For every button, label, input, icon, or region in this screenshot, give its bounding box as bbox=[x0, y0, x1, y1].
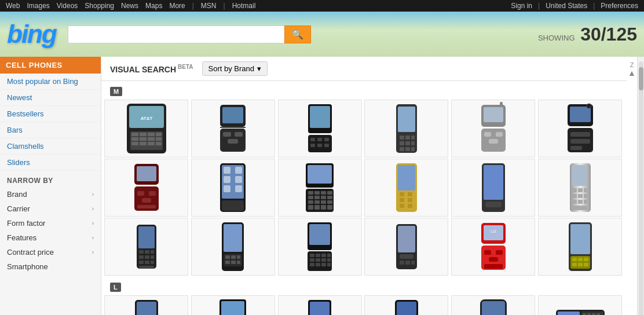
phone-row-2: LG bbox=[104, 159, 624, 217]
phone-grid: M AT&T bbox=[101, 81, 627, 315]
svg-rect-123 bbox=[151, 255, 154, 259]
sidebar-item-newest[interactable]: Newest bbox=[0, 90, 101, 106]
nav-images[interactable]: Images bbox=[27, 2, 49, 10]
svg-rect-174 bbox=[584, 263, 588, 266]
phone-cell-1-4[interactable] bbox=[364, 100, 448, 158]
svg-rect-41 bbox=[405, 147, 410, 151]
phone-cell-3-2[interactable] bbox=[191, 218, 275, 276]
phone-cell-2-1[interactable] bbox=[104, 159, 188, 217]
phone-cell-4-5[interactable] bbox=[451, 295, 535, 315]
svg-rect-113 bbox=[578, 200, 583, 204]
svg-rect-83 bbox=[327, 196, 332, 199]
filter-brand[interactable]: Brand › bbox=[0, 187, 101, 202]
svg-rect-96 bbox=[400, 198, 404, 202]
svg-rect-38 bbox=[405, 141, 410, 145]
phone-cell-3-3[interactable] bbox=[278, 218, 362, 276]
svg-rect-66 bbox=[224, 167, 230, 174]
filter-smartphone[interactable]: Smartphone bbox=[0, 259, 101, 274]
sidebar-item-clamshells[interactable]: Clamshells bbox=[0, 138, 101, 155]
sidebar-item-sliders[interactable]: Sliders bbox=[0, 155, 101, 171]
phone-cell-3-4[interactable] bbox=[364, 218, 448, 276]
svg-rect-5 bbox=[140, 133, 147, 136]
svg-rect-78 bbox=[321, 191, 326, 195]
svg-text:AT&T: AT&T bbox=[140, 116, 152, 121]
phone-cell-4-6[interactable] bbox=[538, 295, 622, 315]
united-states-link[interactable]: United States bbox=[546, 2, 587, 10]
header: bing 🔍 SHOWING 30/125 bbox=[0, 12, 644, 57]
nav-news[interactable]: News bbox=[121, 2, 138, 10]
sidebar-item-bestsellers[interactable]: Bestsellers bbox=[0, 106, 101, 122]
phone-cell-4-3[interactable] bbox=[278, 295, 362, 315]
svg-rect-98 bbox=[400, 204, 404, 208]
phone-cell-1-5[interactable] bbox=[451, 100, 535, 158]
phone-cell-4-1[interactable] bbox=[104, 295, 188, 315]
nav-more[interactable]: More bbox=[169, 2, 185, 10]
svg-rect-93 bbox=[398, 165, 415, 191]
phone-cell-1-3[interactable] bbox=[278, 100, 362, 158]
phone-cell-2-4[interactable] bbox=[364, 159, 448, 217]
sidebar-item-bars[interactable]: Bars bbox=[0, 122, 101, 138]
phone-cell-3-6[interactable] bbox=[538, 218, 622, 276]
sidebar-item-popular[interactable]: Most popular on Bing bbox=[0, 74, 101, 90]
svg-rect-15 bbox=[156, 142, 162, 145]
svg-point-52 bbox=[587, 104, 591, 108]
svg-rect-135 bbox=[231, 261, 236, 264]
phone-cell-4-4[interactable] bbox=[364, 295, 448, 315]
svg-rect-84 bbox=[308, 200, 313, 204]
contract-price-arrow-icon: › bbox=[92, 249, 94, 255]
phone-cell-3-1[interactable] bbox=[104, 218, 188, 276]
search-button[interactable]: 🔍 bbox=[284, 25, 311, 43]
nav-videos[interactable]: Videos bbox=[57, 2, 78, 10]
phone-cell-2-2[interactable] bbox=[191, 159, 275, 217]
svg-rect-148 bbox=[310, 263, 314, 266]
preferences-link[interactable]: Preferences bbox=[601, 2, 638, 10]
phone-cell-1-2[interactable] bbox=[191, 100, 275, 158]
svg-rect-88 bbox=[308, 205, 313, 210]
svg-rect-201 bbox=[310, 302, 330, 315]
filter-form-factor[interactable]: Form factor › bbox=[0, 216, 101, 230]
svg-rect-165 bbox=[484, 264, 503, 269]
nav-msn[interactable]: MSN bbox=[201, 2, 217, 10]
filter-features[interactable]: Features › bbox=[0, 230, 101, 245]
svg-rect-124 bbox=[139, 261, 144, 264]
svg-rect-108 bbox=[584, 188, 587, 192]
svg-rect-69 bbox=[235, 176, 242, 183]
scrollbar: ▼ bbox=[637, 57, 644, 315]
svg-rect-14 bbox=[148, 142, 155, 145]
sort-by-button[interactable]: Sort by Brand ▾ bbox=[202, 61, 268, 76]
scroll-thumb[interactable] bbox=[639, 67, 643, 90]
sidebar-title: CELL PHONES bbox=[0, 57, 101, 74]
svg-rect-55 bbox=[570, 139, 590, 144]
svg-rect-172 bbox=[572, 263, 577, 266]
phone-cell-4-2[interactable] bbox=[191, 295, 275, 315]
svg-rect-58 bbox=[137, 166, 156, 181]
sign-in-link[interactable]: Sign in bbox=[511, 2, 532, 10]
svg-rect-49 bbox=[489, 139, 498, 144]
phone-cell-2-5[interactable]: LG bbox=[451, 159, 535, 217]
phone-cell-1-6[interactable] bbox=[538, 100, 622, 158]
filter-carrier[interactable]: Carrier › bbox=[0, 202, 101, 216]
phone-cell-2-3[interactable] bbox=[278, 159, 362, 217]
phone-cell-2-6[interactable] bbox=[538, 159, 622, 217]
svg-rect-77 bbox=[314, 191, 320, 195]
nav-shopping[interactable]: Shopping bbox=[85, 2, 114, 10]
nav-maps[interactable]: Maps bbox=[145, 2, 162, 10]
nav-hotmail[interactable]: Hotmail bbox=[232, 2, 256, 10]
svg-rect-80 bbox=[308, 196, 313, 199]
phone-cell-3-5[interactable]: LG bbox=[451, 218, 535, 276]
svg-rect-176 bbox=[137, 302, 156, 315]
svg-rect-10 bbox=[148, 137, 155, 141]
scroll-track[interactable] bbox=[639, 61, 643, 315]
nav-web[interactable]: Web bbox=[6, 2, 20, 10]
svg-text:LG: LG bbox=[491, 229, 496, 233]
svg-rect-91 bbox=[327, 205, 332, 210]
search-input[interactable] bbox=[68, 25, 284, 43]
phone-cell-1-1[interactable]: AT&T bbox=[104, 100, 188, 158]
svg-rect-63 bbox=[137, 205, 156, 208]
svg-rect-34 bbox=[400, 135, 404, 140]
filter-contract-price[interactable]: Contract price › bbox=[0, 245, 101, 259]
right-panel: Z ▲ A ▼ bbox=[627, 57, 644, 315]
svg-rect-157 bbox=[411, 261, 415, 265]
svg-rect-156 bbox=[405, 261, 410, 265]
svg-rect-167 bbox=[570, 224, 590, 254]
